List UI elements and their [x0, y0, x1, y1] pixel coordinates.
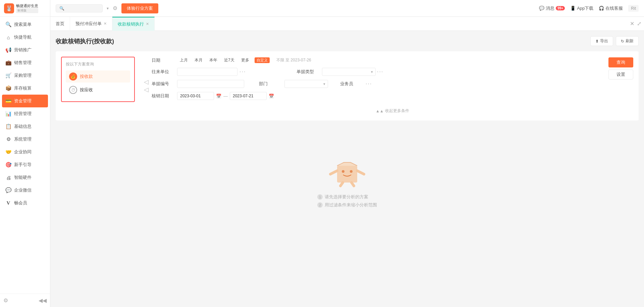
sidebar-item-wechat[interactable]: 💬 企业微信 — [0, 184, 50, 197]
svg-line-3 — [330, 171, 337, 174]
wechat-icon: 💬 — [5, 187, 11, 193]
dept-select[interactable] — [284, 80, 328, 88]
page-title: 收款核销执行(按收款) — [56, 37, 114, 45]
topbar-gear-icon[interactable]: ⚙ — [113, 5, 117, 11]
date-tab-this-year[interactable]: 本年 — [207, 57, 220, 64]
message-label: 消息 — [546, 5, 554, 11]
online-service-button[interactable]: 🎧 在线客服 — [599, 5, 623, 11]
refresh-label: 刷新 — [626, 38, 634, 44]
query-actions: 查询 设置 — [608, 57, 633, 104]
svg-point-2 — [350, 170, 353, 173]
svg-line-4 — [357, 171, 364, 174]
settings-button[interactable]: 设置 — [608, 69, 633, 80]
svg-line-5 — [340, 183, 343, 186]
salesperson-dots[interactable]: ··· — [366, 81, 372, 87]
sidebar-item-marketing[interactable]: 📢 营销推广 — [0, 44, 50, 56]
message-button[interactable]: 💬 消息 99+ — [539, 5, 565, 11]
tab-collection[interactable]: 收款核销执行 ✕ — [112, 17, 155, 31]
svg-rect-0 — [337, 166, 357, 183]
online-service-label: 在线客服 — [605, 5, 623, 11]
collapse-more-btn[interactable]: ▲▲ 收起更多条件 — [152, 107, 633, 115]
date-tab-7days[interactable]: 近7天 — [221, 57, 237, 64]
filter-panel: 按以下方案查询 💰 按收款 ⏱ 按应收 ◁◁ — [56, 51, 639, 120]
date-tab-this-month[interactable]: 本月 — [192, 57, 205, 64]
filter-option-by-receivable[interactable]: ⏱ 按应收 — [66, 84, 130, 96]
home-tab-label: 首页 — [56, 21, 64, 27]
sidebar-item-label: 经营管理 — [14, 111, 32, 117]
verify-date-start-icon[interactable]: 📅 — [216, 94, 221, 99]
export-button[interactable]: ⬆ 导出 — [590, 36, 613, 46]
svg-line-6 — [352, 183, 354, 186]
sidebar-menu: 🔍 搜索菜单 ⌂ 快捷导航 📢 营销推广 💼 销售管理 🛒 采购管理 📦 库存核… — [0, 17, 50, 294]
close-tab-icon[interactable]: ✕ — [630, 20, 634, 27]
date-tab-more[interactable]: 更多 — [238, 57, 252, 64]
sidebar-item-search[interactable]: 🔍 搜索菜单 — [0, 18, 50, 31]
sidebar-item-nav[interactable]: ⌂ 快捷导航 — [0, 31, 50, 44]
counterpart-row: 往来单位 ··· 单据类型 — [152, 68, 603, 76]
dept-label: 部门 — [259, 81, 279, 87]
sidebar-item-member[interactable]: V 畅会员 — [0, 197, 50, 209]
finance-icon: 💳 — [5, 98, 11, 104]
empty-tips-list: 请先选择要分析的方案 用过滤条件来缩小分析范围 — [317, 193, 377, 209]
collapse-left-panel-icon[interactable]: ◁◁ — [142, 78, 150, 94]
collapse-sidebar-icon[interactable]: ◀◀ — [39, 297, 47, 304]
receivable-option-label: 按应收 — [80, 87, 93, 93]
verify-date-end-input[interactable] — [230, 92, 267, 100]
verify-date-dash: — — [223, 94, 228, 99]
service-icon: 🎧 — [599, 6, 604, 11]
page-actions: ⬆ 导出 ↻ 刷新 — [590, 36, 639, 46]
basicinfo-icon: 📋 — [5, 123, 11, 130]
date-tab-last-month[interactable]: 上月 — [177, 57, 191, 64]
custom-date-badge: 自定义 — [255, 57, 270, 63]
sidebar-item-collab[interactable]: 🤝 企业协同 — [0, 146, 50, 158]
doc-type-select[interactable] — [322, 68, 376, 76]
empty-illustration — [327, 147, 367, 188]
filter-option-by-collection[interactable]: 💰 按收款 — [66, 70, 130, 83]
refresh-button[interactable]: ↻ 刷新 — [616, 36, 639, 46]
sidebar-item-sales[interactable]: 💼 销售管理 — [0, 56, 50, 69]
export-icon: ⬆ — [595, 39, 599, 44]
app-download-button[interactable]: 📱 App下载 — [570, 5, 593, 11]
maximize-tab-icon[interactable]: ⤢ — [637, 20, 641, 27]
date-quick-tabs: 上月 本月 本年 近7天 更多 自定义 — [177, 57, 270, 64]
verify-date-row: 核销日期 📅 — 📅 — [152, 92, 603, 100]
sidebar-item-label: 快捷导航 — [14, 34, 32, 40]
verify-date-end-icon[interactable]: 📅 — [269, 94, 274, 99]
collection-tab-label: 收款核销执行 — [118, 21, 144, 27]
message-icon: 💬 — [539, 6, 544, 11]
tab-close-collection[interactable]: ✕ — [146, 22, 149, 26]
sidebar-item-inventory[interactable]: 📦 库存核算 — [0, 82, 50, 95]
export-label: 导出 — [600, 38, 608, 44]
verify-date-group: 📅 — 📅 — [177, 92, 274, 100]
topbar-chevron-icon[interactable]: ▾ — [107, 6, 109, 11]
sidebar-item-operations[interactable]: 📊 经营管理 — [0, 107, 50, 120]
counterpart-dots[interactable]: ··· — [239, 69, 246, 75]
counterpart-input[interactable] — [177, 68, 237, 76]
tab-home[interactable]: 首页 — [50, 17, 70, 31]
sales-icon: 💼 — [5, 60, 11, 66]
collapse-label: 收起更多条件 — [385, 108, 409, 114]
sidebar-item-basicinfo[interactable]: 📋 基础信息 — [0, 120, 50, 133]
username-display[interactable]: Rit — [628, 5, 639, 12]
topbar-search-box[interactable]: 🔍 — [56, 4, 103, 12]
tab-close-prepay[interactable]: ✕ — [104, 21, 107, 26]
verify-date-start-input[interactable] — [177, 92, 214, 100]
docno-label: 单据编号 — [152, 81, 172, 87]
sidebar-item-label: 采购管理 — [14, 72, 32, 79]
query-button[interactable]: 查询 — [608, 57, 633, 67]
hardware-icon: 🖨 — [5, 175, 11, 181]
tab-prepay[interactable]: 预付冲应付单 ✕ — [70, 17, 112, 31]
sidebar-item-label: 智能硬件 — [14, 174, 32, 181]
app-logo: 🐰 畅捷通好生意 标准版 — [0, 0, 50, 17]
sidebar-item-hardware[interactable]: 🖨 智能硬件 — [0, 171, 50, 184]
solution-button[interactable]: 体验行业方案 — [121, 3, 158, 13]
sidebar-item-purchase[interactable]: 🛒 采购管理 — [0, 69, 50, 82]
sidebar-item-system[interactable]: ⚙ 系统管理 — [0, 133, 50, 146]
settings-bottom-icon[interactable]: ⚙ — [3, 297, 8, 304]
doc-type-dots[interactable]: ··· — [377, 69, 383, 75]
docno-input[interactable] — [177, 80, 244, 88]
sidebar-item-guide[interactable]: 🎯 新手引导 — [0, 158, 50, 171]
sidebar-item-label: 企业微信 — [14, 187, 32, 193]
sidebar-item-finance[interactable]: 💳 资金管理 — [2, 95, 48, 107]
marketing-icon: 📢 — [5, 47, 11, 53]
